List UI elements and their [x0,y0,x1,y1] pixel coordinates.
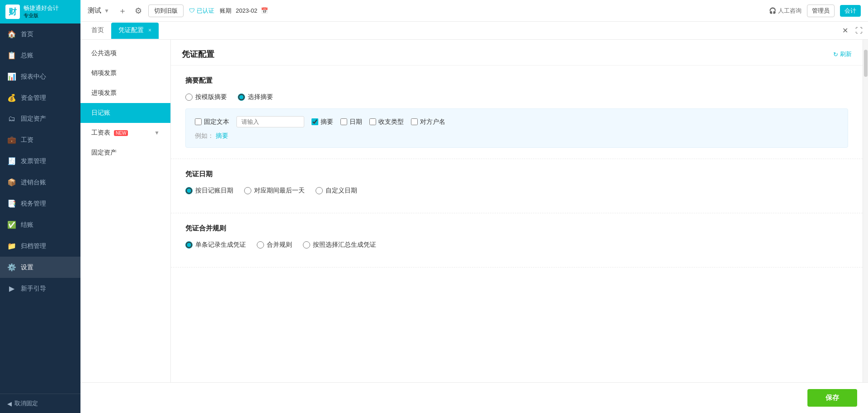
sidebar-item-guide[interactable]: ▶ 新手引导 [0,278,80,299]
summary-radio-group: 按模版摘要 选择摘要 [185,93,848,101]
sidebar-item-checkout[interactable]: ✅ 结账 [0,214,80,235]
tab-home[interactable]: 首页 [84,23,111,39]
sidebar-item-payroll[interactable]: 💼 工资 [0,129,80,150]
guide-icon: ▶ [7,284,16,293]
role-button[interactable]: 会计 [840,5,861,17]
sidebar-item-label: 固定资产 [21,115,46,123]
summary-title: 摘要配置 [185,76,848,85]
checkbox-counterpart-input[interactable] [411,118,418,125]
checkbox-income-type[interactable]: 收支类型 [369,118,404,126]
certified-label: 已认证 [197,7,214,15]
single-label: 单条记录生成凭证 [195,241,246,249]
scrollbar-thumb[interactable] [864,50,868,77]
user-button[interactable]: 管理员 [807,5,835,17]
left-nav-item-journal[interactable]: 日记账 [80,103,170,123]
sidebar-item-label: 归档管理 [21,242,46,250]
radio-merge-input[interactable] [257,241,264,249]
add-button[interactable]: ＋ [117,4,128,18]
sidebar-item-tax[interactable]: 📑 税务管理 [0,193,80,214]
content-area: 公共选项 销项发票 进项发票 日记账 工资表 NEW ▼ [80,40,868,382]
switch-version-button[interactable]: 切到旧版 [148,5,184,17]
sidebar-item-home[interactable]: 🏠 首页 [0,23,80,45]
checkout-icon: ✅ [7,221,16,229]
income-type-label: 收支类型 [378,118,404,126]
radio-single-input[interactable] [185,241,193,249]
summary-generate-label: 按照选择汇总生成凭证 [313,241,376,249]
sidebar-item-reports[interactable]: 📊 报表中心 [0,66,80,87]
checkbox-summary[interactable]: 摘要 [311,118,333,126]
radio-template-summary[interactable]: 按模版摘要 [185,93,227,101]
radio-merge-rule[interactable]: 合并规则 [257,241,292,249]
main-panel: 凭证配置 ↻ 刷新 摘要配置 按模版摘要 选择摘要 [171,40,863,382]
example-row: 例如： 摘要 [195,132,839,140]
topbar-actions: ＋ ⚙ 切到旧版 [117,4,184,18]
radio-template-summary-input[interactable] [185,94,193,101]
tab-voucher-config[interactable]: 凭证配置 × [111,23,159,39]
radio-summary-input[interactable] [303,241,310,249]
checkbox-fixed-text-input[interactable] [195,118,202,125]
sidebar-item-ledger[interactable]: 📋 总账 [0,45,80,66]
tab-close-icon[interactable]: × [148,27,151,33]
left-nav-item-payroll-table[interactable]: 工资表 NEW ▼ [80,123,170,143]
left-nav-item-sales-invoice[interactable]: 销项发票 [80,63,170,83]
left-nav-label: 日记账 [91,109,110,116]
radio-select-summary-input[interactable] [238,94,245,101]
cancel-pin-button[interactable]: ◀ 取消固定 [0,394,80,413]
refresh-button[interactable]: ↻ 刷新 [833,50,852,58]
radio-journal-date[interactable]: 按日记账日期 [185,187,233,195]
radio-last-day-input[interactable] [244,187,251,194]
refresh-label: 刷新 [840,50,852,58]
radio-select-summary[interactable]: 选择摘要 [238,93,273,101]
sidebar-item-label: 新手引导 [21,285,46,293]
summary-section: 摘要配置 按模版摘要 选择摘要 固定文本 [171,66,863,159]
radio-custom-date-input[interactable] [316,187,323,194]
left-nav-item-public[interactable]: 公共选项 [80,43,170,63]
journal-date-label: 按日记账日期 [195,187,233,195]
sidebar-item-invoice[interactable]: 🧾 发票管理 [0,150,80,172]
expand-button[interactable]: ⛶ [854,25,864,37]
calendar-icon: 📅 [261,7,268,14]
save-button[interactable]: 保存 [807,389,857,407]
app-logo-text: 畅捷通好会计 专业版 [24,5,59,19]
funds-icon: 💰 [7,94,16,102]
sidebar-item-assets[interactable]: 🗂 固定资产 [0,108,80,129]
settings-button[interactable]: ⚙ [133,4,144,18]
sidebar-item-settings[interactable]: ⚙️ 设置 [0,257,80,278]
left-nav-item-fixed-assets[interactable]: 固定资产 [80,143,170,163]
sidebar-item-purchase[interactable]: 📦 进销台账 [0,172,80,193]
radio-journal-date-input[interactable] [185,187,193,194]
sidebar-item-label: 税务管理 [21,200,46,208]
right-scrollbar[interactable] [863,40,868,382]
checkbox-income-type-input[interactable] [369,118,376,125]
purchase-icon: 📦 [7,178,16,187]
company-name: 测试 [88,6,101,15]
sidebar-item-archive[interactable]: 📁 归档管理 [0,235,80,257]
radio-custom-date[interactable]: 自定义日期 [316,187,357,195]
left-nav-item-purchase-invoice[interactable]: 进项发票 [80,83,170,103]
checkbox-date-input[interactable] [340,118,347,125]
checkbox-summary-input[interactable] [311,118,318,125]
sidebar-item-label: 设置 [21,263,33,272]
ledger-icon: 📋 [7,51,16,60]
company-selector[interactable]: 测试 ▼ [88,6,109,15]
radio-summary-generate[interactable]: 按照选择汇总生成凭证 [303,241,376,249]
sidebar-item-label: 总账 [21,52,33,60]
sidebar-logo[interactable]: 财 畅捷通好会计 专业版 [0,0,80,23]
checkbox-fixed-text[interactable]: 固定文本 [195,118,229,126]
sidebar-item-funds[interactable]: 💰 资金管理 [0,87,80,108]
shield-icon: 🛡 [189,7,195,14]
radio-template-label: 按模版摘要 [195,93,227,101]
consult-button[interactable]: 🎧 人工咨询 [769,7,802,15]
merge-section: 凭证合并规则 单条记录生成凭证 合并规则 按照选择汇总生成凭证 [171,213,863,268]
sidebar: 财 畅捷通好会计 专业版 🏠 首页 📋 总账 📊 报表中心 💰 资金管理 🗂 固… [0,0,80,413]
left-nav-label: 销项发票 [91,69,117,76]
fixed-text-input[interactable] [236,116,304,127]
checkbox-date[interactable]: 日期 [340,118,362,126]
radio-single-record[interactable]: 单条记录生成凭证 [185,241,246,249]
radio-last-day[interactable]: 对应期间最后一天 [244,187,305,195]
sidebar-item-label: 资金管理 [21,94,46,102]
sidebar-item-label: 报表中心 [21,73,46,81]
close-button[interactable]: ✕ [840,24,850,37]
checkbox-counterpart[interactable]: 对方户名 [411,118,445,126]
refresh-icon: ↻ [833,51,838,58]
